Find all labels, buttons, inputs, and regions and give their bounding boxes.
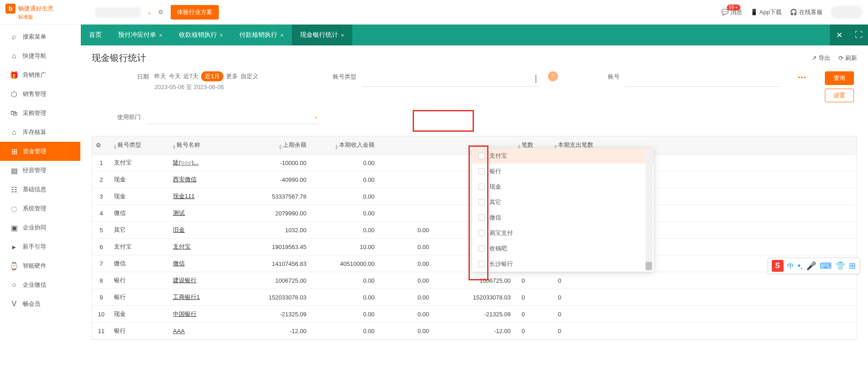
- account-name-link[interactable]: AAA: [173, 328, 185, 334]
- date-option-0[interactable]: 昨天: [154, 72, 166, 80]
- sidebar-item-5[interactable]: ⌂库存核算: [0, 123, 80, 142]
- sort-icon[interactable]: ▴▾: [173, 144, 175, 150]
- messages-button[interactable]: 💬 消息 99 +: [721, 8, 742, 16]
- sidebar-item-13[interactable]: ○企业微信: [0, 275, 80, 294]
- sidebar-item-14[interactable]: V畅会员: [0, 294, 80, 314]
- col-header-4[interactable]: ▴▾本期收入金额: [310, 136, 378, 155]
- account-input[interactable]: [625, 71, 779, 87]
- tab-4[interactable]: 现金银行统计×: [292, 25, 353, 45]
- date-option-2[interactable]: 近7天: [183, 72, 198, 80]
- sidebar-item-0[interactable]: ⌕搜索菜单: [0, 27, 80, 46]
- export-button[interactable]: ↗导出: [812, 54, 830, 62]
- tab-close-icon[interactable]: ×: [159, 32, 163, 39]
- sidebar-item-1[interactable]: ⌂快捷导航: [0, 46, 80, 65]
- sogou-logo-icon[interactable]: S: [772, 260, 784, 272]
- sidebar-item-9[interactable]: ◌系统管理: [0, 199, 80, 218]
- sidebar-item-10[interactable]: ▣企业协同: [0, 218, 80, 237]
- gear-icon[interactable]: ⚙: [158, 9, 163, 15]
- dropdown-option-5[interactable]: 易宝支付: [472, 225, 654, 241]
- date-option-3[interactable]: 近1月: [201, 71, 223, 81]
- checkbox-icon[interactable]: [478, 199, 485, 205]
- tab-close-icon[interactable]: ×: [280, 32, 284, 39]
- sidebar-item-2[interactable]: 🎁营销推广: [0, 65, 80, 85]
- cell-c5: [378, 188, 433, 205]
- checkbox-icon[interactable]: [478, 245, 485, 252]
- col-header-1[interactable]: ▴▾账号类型: [110, 136, 169, 155]
- sidebar-item-8[interactable]: ☷基础信息: [0, 180, 80, 199]
- tab-3[interactable]: 付款核销执行×: [231, 25, 292, 45]
- sidebar-item-11[interactable]: ▸新手引导: [0, 237, 80, 256]
- col-header-5[interactable]: [378, 136, 433, 155]
- dropdown-option-1[interactable]: 银行: [472, 164, 654, 179]
- account-name-link[interactable]: 建设银行: [173, 277, 197, 284]
- sidebar-item-3[interactable]: ⬡销售管理: [0, 85, 80, 104]
- sidebar-item-4[interactable]: 🛍采购管理: [0, 104, 80, 123]
- app-download-button[interactable]: 📱 App下载: [750, 8, 782, 16]
- dropdown-option-4[interactable]: 微信: [472, 210, 654, 225]
- refresh-button[interactable]: ⟳刷新: [838, 54, 857, 62]
- sidebar-item-6[interactable]: ⊞资金管理: [0, 142, 80, 161]
- dropdown-option-7[interactable]: 长沙银行: [472, 256, 654, 272]
- account-name-link[interactable]: 现金111: [173, 193, 195, 199]
- col-header-3[interactable]: ▴▾上期余额: [242, 136, 310, 155]
- dropdown-option-6[interactable]: 收钱吧: [472, 241, 654, 256]
- dropdown-option-2[interactable]: 现金: [472, 179, 654, 194]
- account-name-link[interactable]: 工商银行1: [173, 294, 200, 300]
- ime-punct-icon[interactable]: •,: [798, 261, 803, 271]
- checkbox-icon[interactable]: [478, 261, 485, 267]
- sort-icon[interactable]: ▴▾: [279, 144, 281, 150]
- col-header-2[interactable]: ▴▾账号名称: [169, 136, 242, 155]
- checkbox-icon[interactable]: [478, 153, 485, 159]
- ime-lang[interactable]: 中: [787, 262, 794, 270]
- user-avatar-blurred[interactable]: [831, 6, 863, 19]
- account-name-link[interactable]: 测试: [173, 209, 185, 216]
- ime-keyboard-icon[interactable]: ⌨: [820, 261, 832, 271]
- ime-mic-icon[interactable]: 🎤: [806, 261, 816, 271]
- ime-skin-icon[interactable]: 👕: [835, 261, 845, 271]
- checkbox-icon[interactable]: [478, 214, 485, 221]
- date-option-4[interactable]: 更多: [226, 72, 238, 80]
- tab-close-icon[interactable]: ×: [341, 32, 345, 39]
- sidebar-label: 基础信息: [23, 185, 46, 194]
- checkbox-icon[interactable]: [478, 168, 485, 175]
- table-gear-icon[interactable]: ⚙: [96, 142, 101, 149]
- sidebar-item-7[interactable]: ▤经营管理: [0, 161, 80, 180]
- cell-out: 0: [551, 323, 857, 339]
- fullscreen-button[interactable]: ⛶: [849, 25, 868, 45]
- tab-0[interactable]: 首页: [81, 25, 110, 45]
- checkbox-icon[interactable]: [478, 184, 485, 190]
- date-option-5[interactable]: 自定义: [241, 72, 258, 80]
- dept-select[interactable]: ⌄: [146, 109, 319, 124]
- more-filters-button[interactable]: •••: [798, 71, 807, 81]
- account-name-link[interactable]: 支付宝: [173, 243, 191, 250]
- account-name-link[interactable]: 西安微信: [173, 176, 197, 183]
- ime-toolbox-icon[interactable]: ⊞: [849, 261, 856, 271]
- tab-2[interactable]: 收款核销执行×: [171, 25, 232, 45]
- scrollbar-thumb[interactable]: [646, 262, 652, 270]
- cell-prev: 14107456.83: [242, 255, 310, 272]
- account-name-link[interactable]: 陡(○○○)...: [173, 159, 198, 166]
- col-header-0[interactable]: ⚙: [92, 136, 110, 155]
- settings-button[interactable]: 设置: [825, 89, 854, 102]
- dropdown-option-3[interactable]: 其它: [472, 194, 654, 210]
- close-all-tabs-button[interactable]: ✕: [830, 25, 849, 45]
- try-industry-button[interactable]: 体验行业方案: [171, 5, 219, 20]
- checkbox-icon[interactable]: [478, 230, 485, 236]
- sidebar-item-12[interactable]: ⌚智能硬件: [0, 256, 80, 275]
- account-type-input[interactable]: [362, 71, 539, 87]
- date-option-1[interactable]: 今天: [169, 72, 181, 80]
- sort-icon[interactable]: ▴▾: [114, 144, 116, 150]
- account-name-link[interactable]: 中国银行: [173, 310, 197, 317]
- tab-1[interactable]: 预付冲应付单×: [110, 25, 171, 45]
- collapse-filters-button[interactable]: ⌃: [548, 71, 558, 81]
- query-button[interactable]: 查询: [825, 71, 854, 85]
- tab-close-icon[interactable]: ×: [220, 32, 223, 39]
- dropdown-option-0[interactable]: 支付宝: [472, 148, 654, 164]
- org-selector[interactable]: ⌄ ⚙ 体验行业方案: [95, 5, 219, 20]
- dropdown-scrollbar[interactable]: [646, 149, 653, 271]
- sort-icon[interactable]: ▴▾: [335, 144, 338, 150]
- account-name-link[interactable]: 旧金: [173, 226, 185, 233]
- export-icon: ↗: [812, 55, 817, 61]
- online-service-button[interactable]: 🎧 在线客服: [790, 8, 823, 16]
- account-name-link[interactable]: 微信: [173, 260, 185, 267]
